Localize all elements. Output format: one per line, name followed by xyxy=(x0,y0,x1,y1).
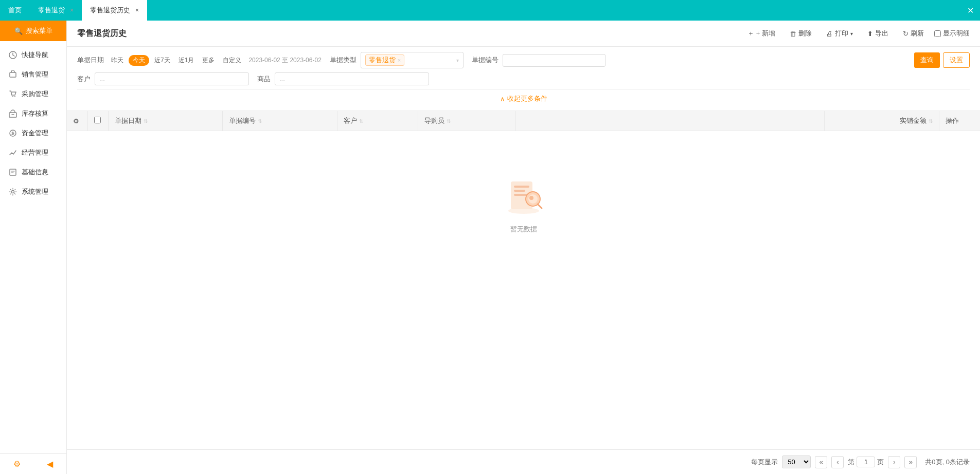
th-spacer xyxy=(516,111,825,131)
data-table: ⚙ 单据日期 ⇅ 单据编号 xyxy=(67,111,980,131)
sidebar-item-sales-mgmt-label: 销售管理 xyxy=(22,70,48,79)
tab-retail-return[interactable]: 零售退货 × xyxy=(30,0,82,21)
sidebar-item-purchase-mgmt-label: 采购管理 xyxy=(22,89,48,99)
delete-label: 删除 xyxy=(798,29,812,38)
date-btn-group: 昨天 今天 近7天 近1月 更多 自定义 xyxy=(108,55,244,66)
system-icon xyxy=(8,187,17,196)
type-tag: 零售退货 × xyxy=(365,54,404,66)
sales-icon xyxy=(8,70,17,79)
sort-doc-date-icon: ⇅ xyxy=(144,118,148,124)
print-icon: 🖨 xyxy=(826,30,833,38)
sidebar-item-system-mgmt[interactable]: 系统管理 xyxy=(0,182,66,202)
page-size-select[interactable]: 50 20 100 200 xyxy=(782,455,811,468)
filter-customer-group: 客户 xyxy=(77,72,249,85)
collapse-btn[interactable]: ∧ 收起更多条件 xyxy=(494,92,554,105)
page-prev-icon: ‹ xyxy=(836,458,839,466)
sort-doc-no[interactable]: 单据编号 ⇅ xyxy=(229,116,331,125)
sidebar-search[interactable]: 🔍 搜索菜单 xyxy=(0,21,66,41)
topbar: 首页 零售退货 × 零售退货历史 × ✕ xyxy=(0,0,980,21)
date-btn-yesterday[interactable]: 昨天 xyxy=(108,55,127,66)
th-amount-label: 实销金额 xyxy=(900,116,926,125)
tab-home-label: 首页 xyxy=(8,6,22,15)
sidebar-nav: 快捷导航 销售管理 采购管理 库存核算 xyxy=(0,41,66,453)
sort-customer-icon: ⇅ xyxy=(359,118,363,124)
page-title-row: 零售退货历史 ＋ + 新增 🗑 删除 🖨 打印 ▾ xyxy=(77,27,970,40)
sidebar-item-system-mgmt-label: 系统管理 xyxy=(22,187,48,196)
new-btn[interactable]: ＋ + 新增 xyxy=(743,27,779,40)
refresh-label: 刷新 xyxy=(911,29,924,38)
page-next-btn[interactable]: › xyxy=(888,456,900,468)
topbar-close-btn[interactable]: ✕ xyxy=(967,6,974,15)
settings-btn[interactable]: 设置 xyxy=(943,52,970,68)
query-btn[interactable]: 查询 xyxy=(914,52,940,68)
page-last-btn[interactable]: » xyxy=(904,456,917,468)
delete-btn[interactable]: 🗑 删除 xyxy=(786,27,816,40)
delete-icon: 🗑 xyxy=(790,30,796,38)
empty-text: 暂无数据 xyxy=(510,225,537,234)
sidebar-collapse-btn[interactable]: ◀ xyxy=(47,459,53,469)
page-prev-btn[interactable]: ‹ xyxy=(831,456,844,468)
th-doc-date: 单据日期 ⇅ xyxy=(108,111,223,131)
tab-retail-return-history-close[interactable]: × xyxy=(135,7,139,14)
sidebar-item-purchase-mgmt[interactable]: 采购管理 xyxy=(0,84,66,104)
sort-guide[interactable]: 导购员 ⇅ xyxy=(424,116,509,125)
pagination-bar: 每页显示 50 20 100 200 « ‹ 第 页 › » xyxy=(67,449,980,474)
tabs-container: 首页 零售退货 × 零售退货历史 × xyxy=(0,0,967,21)
select-all-checkbox[interactable] xyxy=(94,117,101,123)
sidebar-search-label: 搜索菜单 xyxy=(26,26,52,35)
basic-info-icon xyxy=(8,168,17,177)
th-customer: 客户 ⇅ xyxy=(337,111,418,131)
sidebar-item-operations[interactable]: 经营管理 xyxy=(0,143,66,162)
th-checkbox xyxy=(87,111,108,131)
filter-row-2: 客户 商品 xyxy=(77,72,970,85)
customer-filter-label: 客户 xyxy=(77,75,91,84)
tab-home[interactable]: 首页 xyxy=(0,0,30,21)
show-detail-check[interactable]: 显示明细 xyxy=(934,29,970,38)
sort-customer[interactable]: 客户 ⇅ xyxy=(344,116,412,125)
sort-doc-date[interactable]: 单据日期 ⇅ xyxy=(115,116,217,125)
date-btn-last-month[interactable]: 近1月 xyxy=(175,55,198,66)
date-btn-more[interactable]: 更多 xyxy=(199,55,218,66)
type-filter-select[interactable]: 零售退货 × ▾ xyxy=(361,52,464,68)
th-settings: ⚙ xyxy=(67,111,87,131)
export-btn[interactable]: ⬆ 导出 xyxy=(863,27,893,40)
refresh-icon: ↻ xyxy=(903,30,908,38)
quick-nav-icon xyxy=(8,50,17,60)
sidebar-item-finance-label: 资金管理 xyxy=(22,129,48,138)
date-btn-custom[interactable]: 自定义 xyxy=(220,55,244,66)
page-input[interactable] xyxy=(857,457,875,467)
goods-filter-input[interactable] xyxy=(275,72,429,85)
filter-date-group: 单据日期 昨天 今天 近7天 近1月 更多 自定义 2023-06-02 至 2… xyxy=(77,55,322,66)
tab-retail-return-history[interactable]: 零售退货历史 × xyxy=(82,0,147,21)
date-filter-label: 单据日期 xyxy=(77,56,104,65)
refresh-btn[interactable]: ↻ 刷新 xyxy=(899,27,928,40)
sidebar-item-inventory[interactable]: 库存核算 xyxy=(0,104,66,123)
svg-rect-11 xyxy=(514,190,525,192)
print-btn[interactable]: 🖨 打印 ▾ xyxy=(822,27,857,40)
search-icon: 🔍 xyxy=(14,27,23,35)
date-btn-today[interactable]: 今天 xyxy=(129,55,149,66)
sidebar-item-quick-nav[interactable]: 快捷导航 xyxy=(0,45,66,65)
show-detail-checkbox[interactable] xyxy=(934,30,941,37)
date-btn-last7[interactable]: 近7天 xyxy=(151,55,173,66)
empty-icon xyxy=(501,172,547,218)
type-filter-label: 单据类型 xyxy=(330,56,357,65)
sort-amount[interactable]: 实销金额 ⇅ xyxy=(831,116,933,125)
sidebar-settings-btn[interactable]: ⚙ xyxy=(13,459,21,469)
page-first-btn[interactable]: « xyxy=(815,456,827,468)
docno-filter-input[interactable] xyxy=(503,54,605,67)
sidebar-item-basic-info[interactable]: 基础信息 xyxy=(0,162,66,182)
sidebar-item-sales-mgmt[interactable]: 销售管理 xyxy=(0,65,66,84)
filter-area: 单据日期 昨天 今天 近7天 近1月 更多 自定义 2023-06-02 至 2… xyxy=(67,47,980,111)
type-tag-close[interactable]: × xyxy=(398,57,401,63)
sidebar-item-finance[interactable]: 资金管理 xyxy=(0,123,66,143)
page-header: 零售退货历史 ＋ + 新增 🗑 删除 🖨 打印 ▾ xyxy=(67,21,980,47)
column-settings-icon[interactable]: ⚙ xyxy=(73,117,79,125)
collapse-row: ∧ 收起更多条件 xyxy=(77,89,970,105)
sidebar-item-operations-label: 经营管理 xyxy=(22,148,48,157)
table-wrapper: ⚙ 单据日期 ⇅ 单据编号 xyxy=(67,111,980,449)
sidebar-item-inventory-label: 库存核算 xyxy=(22,109,48,118)
th-actions-label: 操作 xyxy=(946,117,959,124)
tab-retail-return-close[interactable]: × xyxy=(70,7,74,14)
customer-filter-input[interactable] xyxy=(95,72,249,85)
